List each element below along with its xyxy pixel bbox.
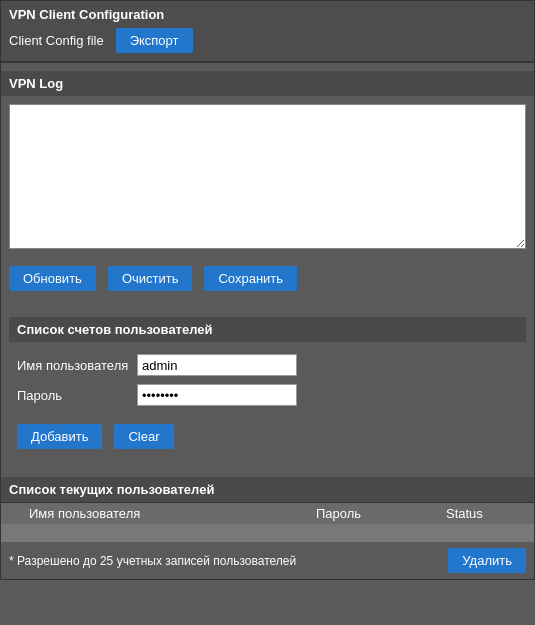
col-header-status: Status — [446, 506, 526, 521]
vpn-client-title: VPN Client Configuration — [9, 7, 526, 28]
vpn-log-textarea[interactable] — [9, 104, 526, 249]
vpn-log-title: VPN Log — [1, 71, 534, 96]
refresh-button[interactable]: Обновить — [9, 266, 96, 291]
user-accounts-title: Список счетов пользователей — [9, 317, 526, 342]
current-users-table-body — [1, 524, 534, 542]
save-button[interactable]: Сохранить — [204, 266, 297, 291]
max-users-note: * Разрешено до 25 учетных записей пользо… — [9, 554, 296, 568]
username-input[interactable] — [137, 354, 297, 376]
col-header-password: Пароль — [316, 506, 446, 521]
username-label: Имя пользователя — [17, 358, 137, 373]
client-config-label: Client Config file — [9, 33, 104, 48]
add-user-button[interactable]: Добавить — [17, 424, 102, 449]
password-label: Пароль — [17, 388, 137, 403]
clear-log-button[interactable]: Очистить — [108, 266, 193, 291]
delete-user-button[interactable]: Удалить — [448, 548, 526, 573]
export-button[interactable]: Экспорт — [116, 28, 193, 53]
password-input[interactable] — [137, 384, 297, 406]
col-header-username: Имя пользователя — [9, 506, 316, 521]
current-users-title: Список текущих пользователей — [1, 477, 222, 502]
clear-user-button[interactable]: Clear — [114, 424, 173, 449]
